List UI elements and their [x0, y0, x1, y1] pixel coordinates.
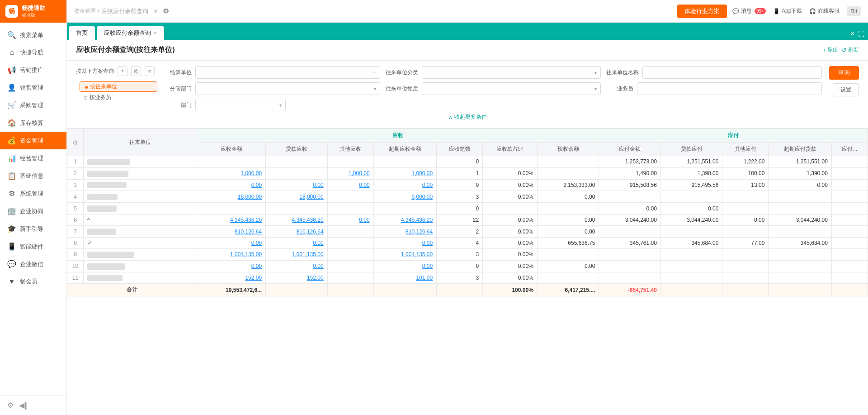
export-button[interactable]: ↑ 导出	[823, 46, 838, 54]
table-cell[interactable]: 0.00	[373, 260, 437, 272]
table-cell[interactable]: 1,001,135.00	[197, 248, 265, 260]
table-cell[interactable]: 0.00%	[483, 191, 538, 203]
table-cell[interactable]: 1,390.00	[660, 167, 722, 179]
table-cell[interactable]: 810,126.64	[266, 226, 328, 238]
sidebar-item-hardware[interactable]: 📱 智能硬件	[0, 238, 66, 255]
table-cell[interactable]: 0.00	[266, 237, 328, 248]
table-cell[interactable]: 3	[437, 248, 483, 260]
table-cell[interactable]: 0.00	[197, 179, 265, 191]
tab-home[interactable]: 首页	[69, 26, 95, 40]
table-cell[interactable]: 0.00	[599, 203, 661, 215]
sidebar-item-capital[interactable]: 💰 资金管理	[0, 132, 66, 149]
table-cell[interactable]: 0.00	[769, 179, 832, 191]
breadcrumb-dropdown-icon[interactable]: ▾	[154, 7, 157, 15]
table-cell[interactable]: 0.00%	[483, 237, 538, 248]
table-cell[interactable]: 1,000.00	[373, 167, 437, 179]
table-cell[interactable]: 0.00%	[483, 272, 538, 284]
table-cell[interactable]: 152.00	[266, 272, 328, 284]
tab-close-window-icon[interactable]: ×	[850, 30, 854, 38]
table-cell[interactable]: 1,001,135.00	[266, 248, 328, 260]
table-cell[interactable]: 1,490.00	[599, 167, 661, 179]
collapse-more-conditions[interactable]: ∧ 收起更多条件	[76, 111, 859, 123]
table-cell[interactable]: 4,345,436.20	[373, 215, 437, 226]
sidebar-item-member[interactable]: ♥ 畅会员	[0, 273, 66, 290]
table-cell[interactable]: 0.00%	[483, 215, 538, 226]
add-scheme-button[interactable]: +	[118, 66, 127, 76]
table-cell[interactable]: 0.00%	[483, 260, 538, 272]
unit-nature-input[interactable]: ▾	[422, 82, 601, 95]
table-cell[interactable]: 0.00	[197, 237, 265, 248]
footer-ar-prepaid[interactable]: 6,417,215....	[537, 284, 599, 296]
table-cell[interactable]: 1	[437, 167, 483, 179]
table-cell[interactable]: 13.00	[722, 179, 769, 191]
scheme-by-salesperson[interactable]: ⊙ 按业务员	[80, 92, 157, 103]
table-cell[interactable]: 1,000.00	[197, 167, 265, 179]
footer-settings-icon[interactable]: ⚙	[7, 401, 14, 410]
sidebar-item-purchase[interactable]: 🛒 采购管理	[0, 96, 66, 114]
sidebar-item-enterprise[interactable]: 🏢 企业协同	[0, 202, 66, 220]
query-button[interactable]: 查询	[829, 66, 859, 80]
table-cell[interactable]: 1,222.00	[722, 156, 769, 168]
scheme-by-partner[interactable]: ● 按往来单位	[80, 81, 157, 92]
table-cell[interactable]: 101.00	[373, 272, 437, 284]
table-cell[interactable]: 0.00	[373, 179, 437, 191]
user-avatar[interactable]: Rit	[847, 6, 861, 16]
table-cell[interactable]: 345,684.00	[769, 237, 832, 248]
table-cell[interactable]: 0.00	[537, 226, 599, 238]
table-cell[interactable]: 3,044,240.00	[769, 215, 832, 226]
table-cell[interactable]: 655,636.75	[537, 237, 599, 248]
table-cell[interactable]: 0.00	[660, 203, 722, 215]
table-cell[interactable]: 0.00%	[483, 167, 538, 179]
table-cell[interactable]: 0.00	[327, 215, 373, 226]
table-cell[interactable]: 0.00%	[483, 248, 538, 260]
messages-action[interactable]: 💬 消息 99+	[732, 7, 766, 15]
table-cell[interactable]: 3	[437, 191, 483, 203]
table-cell[interactable]: 0.00	[197, 260, 265, 272]
table-cell[interactable]: 9,000.00	[373, 191, 437, 203]
sidebar-item-inventory[interactable]: 🏠 库存核算	[0, 114, 66, 132]
table-cell[interactable]: 1,252,773.00	[599, 156, 661, 168]
table-cell[interactable]: 152.00	[197, 272, 265, 284]
table-cell[interactable]: 0.00	[327, 179, 373, 191]
table-cell[interactable]: 3,044,240.00	[660, 215, 722, 226]
table-cell[interactable]: 9	[437, 179, 483, 191]
table-cell[interactable]: 3	[437, 272, 483, 284]
sidebar-item-system[interactable]: ⚙ 系统管理	[0, 185, 66, 202]
table-cell[interactable]: 18,000.00	[266, 191, 328, 203]
table-cell[interactable]: 810,126.64	[373, 226, 437, 238]
table-cell[interactable]: 1,251,551.00	[660, 156, 722, 168]
table-cell[interactable]: 1,390.00	[769, 167, 832, 179]
tab-close-icon[interactable]: ×	[154, 30, 157, 36]
table-cell[interactable]: 3,044,240.00	[599, 215, 661, 226]
solution-button[interactable]: 体验行业方案	[677, 5, 727, 18]
table-cell[interactable]: 2	[437, 226, 483, 238]
table-cell[interactable]: 0.00	[373, 237, 437, 248]
footer-ar-amount[interactable]: 19,553,472,6...	[197, 284, 265, 296]
table-cell[interactable]: 18,000.00	[197, 191, 265, 203]
sidebar-item-basic[interactable]: 📋 基础信息	[0, 167, 66, 185]
table-cell[interactable]: 915,508.56	[599, 179, 661, 191]
table-cell[interactable]: 0.00	[537, 215, 599, 226]
settlement-unit-input[interactable]: ···	[195, 66, 380, 79]
settings-button[interactable]: 设置	[833, 83, 859, 96]
table-cell[interactable]: 345,684.00	[660, 237, 722, 248]
table-cell[interactable]: 0.00	[266, 179, 328, 191]
table-cell[interactable]: 0.00%	[483, 226, 538, 238]
table-cell[interactable]: 0.00%	[483, 179, 538, 191]
collapse-scheme-button[interactable]: «	[145, 66, 155, 76]
table-cell[interactable]: 77.00	[722, 237, 769, 248]
unit-name-input[interactable]	[642, 66, 822, 79]
sidebar-item-guide[interactable]: 🎓 新手引导	[0, 220, 66, 238]
table-cell[interactable]: 4,345,436.20	[197, 215, 265, 226]
table-cell[interactable]: 0.00	[722, 215, 769, 226]
dept-input[interactable]: ▾	[195, 99, 286, 111]
unit-category-input[interactable]: ▾	[422, 66, 601, 79]
table-cell[interactable]: 1,251,551.00	[769, 156, 832, 168]
sidebar-item-quicknav[interactable]: ⌂ 快捷导航	[0, 44, 66, 61]
sidebar-item-wechat[interactable]: 💬 企业微信	[0, 255, 66, 273]
refresh-button[interactable]: ↺ 刷新	[842, 46, 859, 54]
topbar-gear-icon[interactable]: ⚙	[163, 7, 169, 15]
table-cell[interactable]: 100.00	[722, 167, 769, 179]
table-cell[interactable]: 22	[437, 215, 483, 226]
table-cell[interactable]: 0.00	[537, 191, 599, 203]
